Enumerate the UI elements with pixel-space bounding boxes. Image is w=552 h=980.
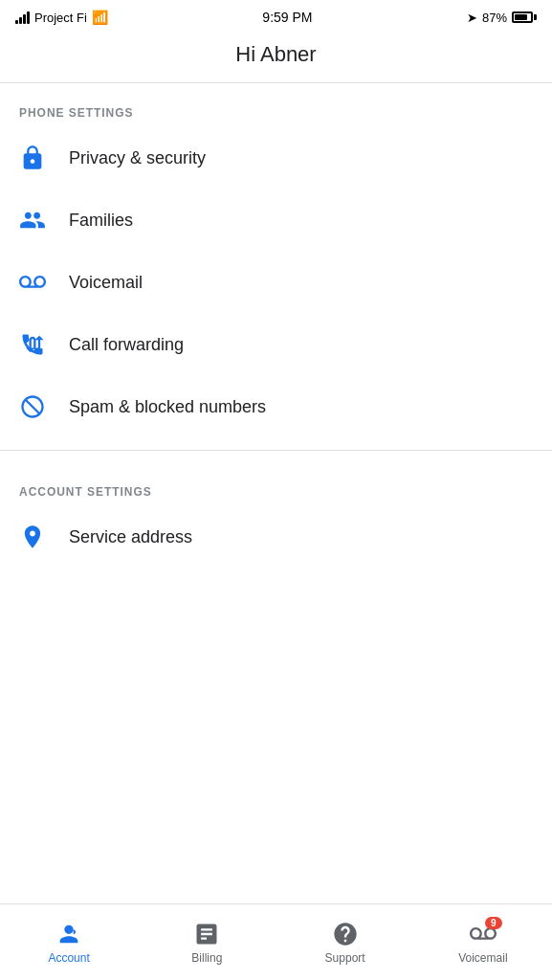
carrier-label: Project Fi bbox=[34, 11, 87, 25]
status-left: Project Fi 📶 bbox=[15, 10, 108, 25]
serviceaddress-label: Service address bbox=[69, 527, 192, 547]
location-icon: ➤ bbox=[467, 11, 477, 25]
phone-settings-header: PHONE SETTINGS bbox=[0, 83, 552, 127]
nav-item-account[interactable]: Account bbox=[0, 921, 138, 965]
page-title-bar: Hi Abner bbox=[0, 31, 552, 83]
nav-item-voicemail[interactable]: 9 Voicemail bbox=[414, 921, 552, 965]
bottom-nav: Account Billing Support 9 Voicemail bbox=[0, 903, 552, 980]
location-pin-icon bbox=[19, 523, 69, 550]
voicemail-label: Voicemail bbox=[69, 273, 143, 293]
spam-label: Spam & blocked numbers bbox=[69, 397, 266, 417]
main-content: PHONE SETTINGS Privacy & security Famili… bbox=[0, 83, 552, 568]
menu-item-privacy[interactable]: Privacy & security bbox=[0, 127, 552, 189]
billing-nav-label: Billing bbox=[191, 951, 222, 965]
signal-icon bbox=[15, 11, 30, 24]
status-time: 9:59 PM bbox=[262, 10, 312, 25]
status-right: ➤ 87% bbox=[467, 11, 537, 25]
menu-item-serviceaddress[interactable]: Service address bbox=[0, 506, 552, 568]
families-icon bbox=[19, 207, 69, 234]
block-icon bbox=[19, 393, 69, 420]
nav-item-billing[interactable]: Billing bbox=[138, 921, 276, 965]
battery-percent: 87% bbox=[482, 11, 507, 25]
menu-item-spam[interactable]: Spam & blocked numbers bbox=[0, 376, 552, 438]
status-bar: Project Fi 📶 9:59 PM ➤ 87% bbox=[0, 0, 552, 31]
menu-item-families[interactable]: Families bbox=[0, 189, 552, 252]
account-nav-label: Account bbox=[48, 951, 89, 965]
billing-nav-icon bbox=[193, 921, 220, 947]
callforward-icon bbox=[19, 331, 69, 358]
callforward-label: Call forwarding bbox=[69, 335, 184, 355]
page-title: Hi Abner bbox=[15, 42, 537, 67]
families-label: Families bbox=[69, 211, 133, 231]
account-nav-icon bbox=[55, 921, 82, 947]
voicemail-nav-icon: 9 bbox=[470, 921, 497, 947]
privacy-label: Privacy & security bbox=[69, 148, 206, 168]
voicemail-nav-label: Voicemail bbox=[458, 951, 507, 965]
menu-item-callforwarding[interactable]: Call forwarding bbox=[0, 314, 552, 376]
account-settings-header: ACCOUNT SETTINGS bbox=[0, 462, 552, 506]
support-nav-label: Support bbox=[325, 951, 365, 965]
section-divider bbox=[0, 450, 552, 451]
battery-icon bbox=[512, 11, 537, 23]
wifi-icon: 📶 bbox=[92, 10, 108, 25]
voicemail-badge: 9 bbox=[485, 917, 502, 929]
content-wrapper: PHONE SETTINGS Privacy & security Famili… bbox=[0, 83, 552, 645]
voicemail-icon bbox=[19, 269, 69, 296]
nav-item-support[interactable]: Support bbox=[276, 921, 414, 965]
menu-item-voicemail[interactable]: Voicemail bbox=[0, 252, 552, 314]
lock-icon bbox=[19, 145, 69, 171]
support-nav-icon bbox=[332, 921, 359, 947]
